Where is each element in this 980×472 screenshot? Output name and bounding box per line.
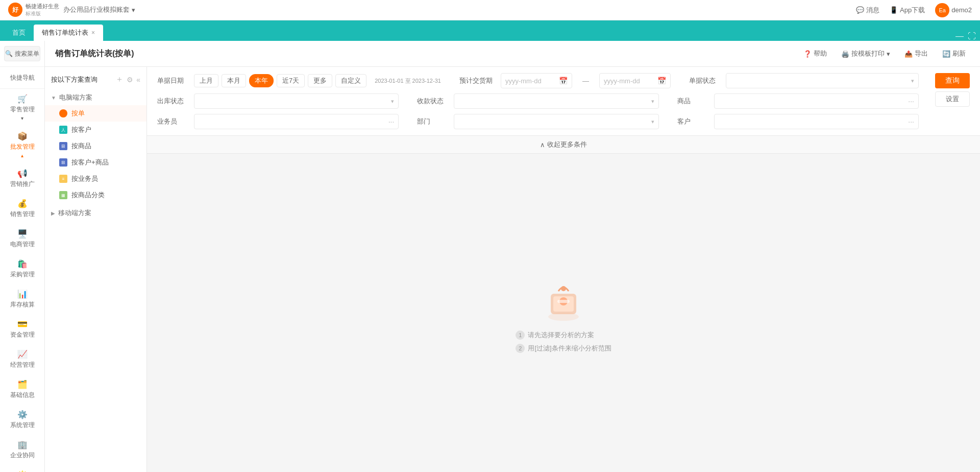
sidebar-item-inventory[interactable]: 📊 库存核算 [0, 284, 44, 314]
department-label: 部门 [417, 117, 446, 126]
add-scheme-icon[interactable]: ＋ [115, 74, 124, 85]
delivery-date-start[interactable]: yyyy-mm-dd 📅 [501, 73, 572, 88]
message-icon: 💬 [856, 6, 864, 14]
tab-close-icon[interactable]: × [91, 29, 95, 36]
doc-status-label: 单据状态 [689, 76, 718, 85]
more-options-icon[interactable]: ··· [908, 97, 914, 105]
page-header: 销售订单统计表(按单) ❓ 帮助 🖨️ 按模板打印 ▾ 📤 导出 🔄 刷新 [45, 41, 980, 67]
export-label: 导出 [915, 49, 928, 58]
department-select[interactable]: ▾ [454, 114, 658, 129]
sidebar-menu: 🛒 零售管理 ▾ 📦 批发管理 ▴ 📢 营销推广 💰 销售管理 🖥️ 电商管理 [0, 89, 44, 472]
sidebar-item-retail[interactable]: 🛒 零售管理 ▾ [0, 89, 44, 126]
sidebar-item-sales[interactable]: 💰 销售管理 [0, 194, 44, 224]
collapse-row[interactable]: ∧ 收起更多条件 [147, 136, 980, 154]
sidebar-item-basic[interactable]: 🗂️ 基础信息 [0, 374, 44, 405]
export-icon: 📤 [904, 50, 913, 58]
enterprise-icon: 🏢 [17, 440, 28, 450]
refresh-button[interactable]: 🔄 刷新 [938, 47, 970, 60]
scheme-item-icon-order [59, 109, 67, 117]
scheme-item-icon-salesman: ≡ [59, 175, 67, 183]
company-select[interactable]: 办公用品行业模拟账套 ▾ [63, 5, 135, 14]
doc-status-select[interactable]: ▾ [726, 73, 919, 88]
sidebar-item-enterprise[interactable]: 🏢 企业协同 [0, 435, 44, 465]
top-bar: 好 畅捷通好生意 标准版 办公用品行业模拟账套 ▾ 💬 消息 📱 App下载 E… [0, 0, 980, 20]
export-button[interactable]: 📤 导出 [900, 47, 932, 60]
scheme-panel-actions: ＋ ⚙ « [115, 74, 140, 85]
chevron-down-icon: ▾ [21, 115, 23, 121]
quick-nav-button[interactable]: 快捷导航 [0, 70, 44, 85]
this-month-btn[interactable]: 本月 [222, 74, 246, 87]
chevron-down-icon: ▼ [51, 95, 56, 101]
hint-text-1: 请先选择要分析的方案 [528, 331, 594, 340]
sidebar-item-finance[interactable]: 💳 资金管理 [0, 314, 44, 344]
date-end-placeholder: yyyy-mm-dd [604, 77, 640, 85]
scheme-item-by-cust-prod[interactable]: ⊞ 按客户+商品 [45, 154, 146, 171]
avatar: Ea [935, 3, 949, 17]
scheme-item-by-customer[interactable]: 人 按客户 [45, 122, 146, 138]
product-select[interactable]: ··· [714, 93, 919, 109]
logo-area: 好 畅捷通好生意 标准版 [8, 3, 59, 17]
sidebar-item-marketing[interactable]: 📢 营销推广 [0, 163, 44, 194]
scheme-group-header-mobile[interactable]: ▶ 移动端方案 [45, 205, 146, 221]
search-menu-button[interactable]: 🔍 搜索菜单 [4, 46, 40, 61]
settings-button[interactable]: 设置 [935, 91, 970, 107]
retail-icon: 🛒 [17, 94, 28, 104]
chevron-right-icon: ▶ [51, 210, 55, 216]
empty-state: 1 请先选择要分析的方案 2 用[过滤]条件来缩小分析范围 [147, 154, 980, 472]
print-chevron-icon: ▾ [887, 50, 890, 58]
empty-illustration [538, 273, 589, 324]
basic-icon: 🗂️ [17, 380, 28, 389]
this-year-btn[interactable]: 本年 [249, 74, 274, 87]
query-button[interactable]: 查询 [935, 73, 970, 88]
salesman-more-icon[interactable]: ··· [388, 117, 395, 126]
scheme-item-label: 按商品分类 [71, 191, 105, 200]
tab-home[interactable]: 首页 [4, 25, 34, 41]
sidebar-item-label: 资金管理 [10, 331, 35, 339]
sidebar-item-wholesale[interactable]: 📦 批发管理 ▴ [0, 126, 44, 163]
scheme-item-label: 按客户 [71, 125, 91, 134]
sidebar-item-label: 采购管理 [10, 270, 35, 279]
print-button[interactable]: 🖨️ 按模板打印 ▾ [837, 47, 894, 60]
sidebar-item-purchase[interactable]: 🛍️ 采购管理 [0, 254, 44, 284]
sidebar-item-operations[interactable]: 📈 经营管理 [0, 344, 44, 374]
pay-status-select[interactable]: ▾ [454, 93, 658, 109]
collapse-scheme-icon[interactable]: « [136, 76, 140, 84]
pay-status-label: 收款状态 [417, 97, 446, 106]
customer-more-icon[interactable]: ··· [908, 117, 914, 126]
date-quick-buttons: 上月 本月 本年 近7天 更多 自定义 [194, 74, 366, 87]
customer-select[interactable]: ··· [714, 114, 919, 129]
system-icon: ⚙️ [17, 410, 28, 419]
scheme-item-by-salesman[interactable]: ≡ 按业务员 [45, 171, 146, 187]
messages-button[interactable]: 💬 消息 [856, 6, 879, 15]
svg-rect-4 [557, 300, 570, 303]
sidebar-item-guide[interactable]: 🌟 新手引导 [0, 465, 44, 472]
scheme-group-mobile: ▶ 移动端方案 [45, 205, 146, 221]
maximize-icon[interactable]: ⛶ [968, 32, 976, 41]
sidebar-item-label: 基础信息 [10, 391, 35, 399]
last7-btn[interactable]: 近7天 [277, 74, 305, 87]
settings-scheme-icon[interactable]: ⚙ [127, 76, 133, 84]
scheme-item-by-product[interactable]: ⊞ 按商品 [45, 138, 146, 154]
ecommerce-icon: 🖥️ [17, 229, 28, 239]
guide-icon: 🌟 [17, 470, 28, 472]
custom-btn[interactable]: 自定义 [335, 74, 366, 87]
purchase-icon: 🛍️ [17, 259, 28, 269]
sidebar-item-ecommerce[interactable]: 🖥️ 电商管理 [0, 224, 44, 254]
scheme-item-by-category[interactable]: ▦ 按商品分类 [45, 187, 146, 203]
tab-active[interactable]: 销售订单统计表 × [34, 25, 103, 41]
scheme-item-icon-customer: 人 [59, 126, 67, 134]
app-download-button[interactable]: 📱 App下载 [890, 6, 925, 15]
scheme-item-by-order[interactable]: 按单 [45, 105, 146, 122]
more-btn[interactable]: 更多 [308, 74, 332, 87]
minimize-icon[interactable]: — [955, 32, 964, 41]
delivery-date-end[interactable]: yyyy-mm-dd 📅 [599, 73, 671, 88]
ship-status-select[interactable]: ▾ [194, 93, 399, 109]
last-month-btn[interactable]: 上月 [194, 74, 218, 87]
help-button[interactable]: ❓ 帮助 [799, 47, 831, 60]
scheme-group-header-pc[interactable]: ▼ 电脑端方案 [45, 90, 146, 105]
salesman-select[interactable]: ··· [194, 114, 399, 129]
logo-sub: 标准版 [26, 10, 59, 17]
sidebar-item-system[interactable]: ⚙️ 系统管理 [0, 405, 44, 435]
user-area[interactable]: Ea demo2 [935, 3, 972, 17]
scheme-panel: 按以下方案查询 ＋ ⚙ « ▼ 电脑端方案 按单 [45, 67, 147, 472]
